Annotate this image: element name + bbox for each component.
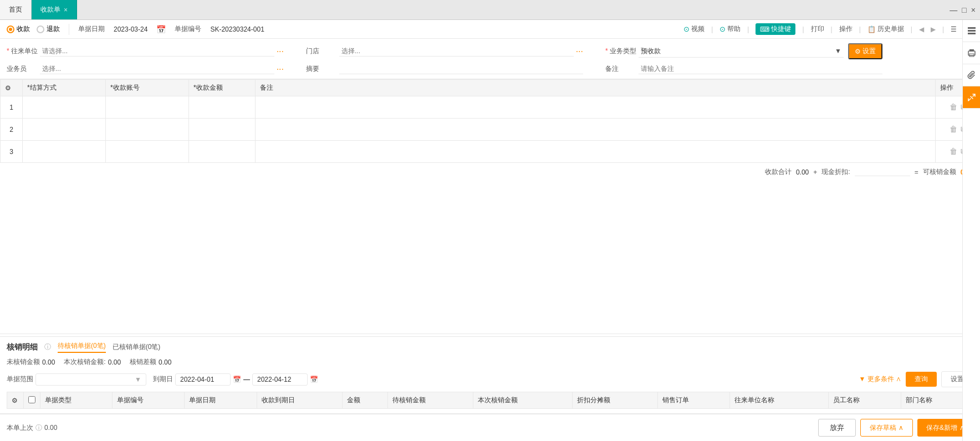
print-btn[interactable]: 打印 (811, 24, 824, 34)
summary-input[interactable] (339, 64, 583, 74)
date-range: 📅 — 📅 (175, 373, 318, 386)
toolbar-divider-1 (69, 24, 69, 35)
save-draft-btn[interactable]: 保存草稿 ∧ (860, 419, 913, 437)
remark-field: 备注 (605, 64, 882, 74)
calendar-to-icon[interactable]: 📅 (310, 376, 318, 383)
radio-income[interactable]: 收款 (7, 24, 30, 34)
radio-refund-label: 退款 (47, 24, 60, 34)
row-2-num: 2 (1, 119, 23, 141)
number-label: 单据编号 (175, 24, 201, 34)
table-row: 3 🗑 ⧉ (1, 141, 980, 163)
th-check[interactable] (24, 392, 40, 409)
history-label: 历史单据 (877, 24, 904, 34)
tab-active[interactable]: 收款单 × (32, 0, 77, 19)
gear-icon: ⚙ (855, 48, 861, 55)
sidebar-attach-icon[interactable] (963, 64, 980, 86)
tab-close-icon[interactable]: × (64, 6, 68, 14)
date-from-input[interactable] (175, 373, 231, 386)
row-3-settle[interactable] (23, 141, 106, 163)
form-setting-btn[interactable]: ⚙ 设置 (848, 43, 882, 59)
row-1-remark[interactable] (256, 96, 936, 119)
verify-title: 核销明细 (7, 342, 38, 352)
store-more-icon[interactable]: ··· (576, 47, 583, 57)
sidebar-print-icon[interactable] (963, 42, 980, 64)
bottom-info-icon[interactable]: ⓘ (35, 423, 42, 433)
history-btn[interactable]: 📋 历史单据 (867, 24, 904, 34)
unverified-value: 0.00 (42, 358, 55, 366)
date-to-input[interactable] (252, 373, 308, 386)
help-btn[interactable]: ⊙ 帮助 (719, 24, 741, 34)
save-new-label: 保存&新增 (926, 423, 957, 433)
staff-more-icon[interactable]: ··· (277, 64, 284, 74)
th-this-verify: 本次核销金额 (473, 392, 572, 409)
unverified-label: 未核销金额 (7, 357, 40, 367)
pending-tab[interactable]: 待核销单据(0笔) (58, 341, 106, 353)
verify-section: 核销明细 ⓘ 待核销单据(0笔) 已核销单据(0笔) 未核销金额 0.00 本次… (0, 336, 980, 413)
minimize-icon[interactable]: — (950, 6, 957, 14)
number-value: SK-20230324-001 (210, 25, 264, 33)
partner-input[interactable] (40, 46, 274, 57)
toolbar-right: ⊙ 视频 | ⊙ 帮助 | ⌨ 快捷键 | 打印 | 操作 | 📋 (683, 23, 973, 35)
th-account: *收款账号 (106, 80, 189, 96)
row-2-remark[interactable] (256, 119, 936, 141)
row-1-account[interactable] (106, 96, 189, 119)
help-label: 帮助 (727, 24, 741, 34)
nav-left-icon[interactable]: ◀ (919, 25, 924, 33)
row-3-account[interactable] (106, 141, 189, 163)
form-row-1: * 往来单位 ··· 门店 ··· * 业务类型 预收款 ▼ (7, 43, 973, 59)
svg-rect-4 (969, 49, 974, 52)
svg-rect-1 (968, 30, 976, 32)
close-window-icon[interactable]: × (971, 6, 976, 14)
row-3-amount[interactable] (189, 141, 256, 163)
row-3-remark[interactable] (256, 141, 936, 163)
th-gear[interactable]: ⚙ (1, 80, 23, 96)
remark-input[interactable] (639, 64, 882, 74)
sidebar-table-icon[interactable] (963, 20, 980, 42)
verify-info-icon[interactable]: ⓘ (44, 342, 51, 352)
row-2-account[interactable] (106, 119, 189, 141)
due-label: 到期日 (153, 375, 173, 384)
more-conditions[interactable]: ▼ 更多条件 ∧ (859, 375, 901, 384)
partner-more-icon[interactable]: ··· (277, 47, 284, 57)
row-1-amount[interactable] (189, 96, 256, 119)
row-2-settle[interactable] (23, 119, 106, 141)
tab-home[interactable]: 首页 (0, 0, 32, 19)
staff-label: 业务员 (7, 64, 40, 74)
radio-refund[interactable]: 退款 (37, 24, 60, 34)
verify-stats: 未核销金额 0.00 本次核销金额: 0.00 核销差额 0.00 (7, 357, 973, 367)
nav-right-icon[interactable]: ▶ (931, 25, 936, 33)
row-1-delete-icon[interactable]: 🗑 (950, 102, 957, 112)
done-tab[interactable]: 已核销单据(0笔) (113, 342, 161, 352)
equals-sign: = (915, 168, 918, 176)
save-draft-arrow: ∧ (899, 424, 904, 432)
this-time-stat: 本次核销金额: 0.00 (64, 357, 121, 367)
row-2-amount[interactable] (189, 119, 256, 141)
operation-btn[interactable]: 操作 (839, 24, 853, 34)
th-gear-verify[interactable]: ⚙ (7, 392, 24, 409)
th-sales-order: 销售订单 (657, 392, 729, 409)
abandon-btn[interactable]: 放弃 (818, 419, 856, 437)
partner-label: * 往来单位 (7, 47, 40, 56)
check-all-checkbox[interactable] (28, 396, 35, 403)
maximize-icon[interactable]: □ (962, 6, 966, 14)
range-label: 单据范围 (7, 375, 33, 384)
discount-input[interactable] (855, 168, 910, 176)
help-icon: ⊙ (719, 25, 726, 33)
staff-input[interactable] (40, 64, 274, 74)
biz-type-select[interactable]: 预收款 ▼ (639, 45, 844, 58)
range-select[interactable]: ▼ (35, 373, 146, 386)
video-btn[interactable]: ⊙ 视频 (683, 24, 705, 34)
row-2-delete-icon[interactable]: 🗑 (950, 125, 957, 134)
sidebar-expand-icon[interactable] (963, 86, 980, 109)
calendar-from-icon[interactable]: 📅 (233, 376, 241, 383)
list-icon[interactable]: ☰ (951, 25, 957, 33)
row-1-settle[interactable] (23, 96, 106, 119)
row-3-delete-icon[interactable]: 🗑 (950, 147, 957, 156)
total-value: 0.00 (796, 168, 809, 176)
th-doc-date: 单据日期 (185, 392, 257, 409)
th-amount: *收款金额 (189, 80, 256, 96)
shortcut-btn[interactable]: ⌨ 快捷键 (756, 23, 795, 35)
query-btn[interactable]: 查询 (906, 372, 937, 387)
calendar-icon[interactable]: 📅 (156, 25, 166, 34)
store-input[interactable] (339, 46, 574, 57)
